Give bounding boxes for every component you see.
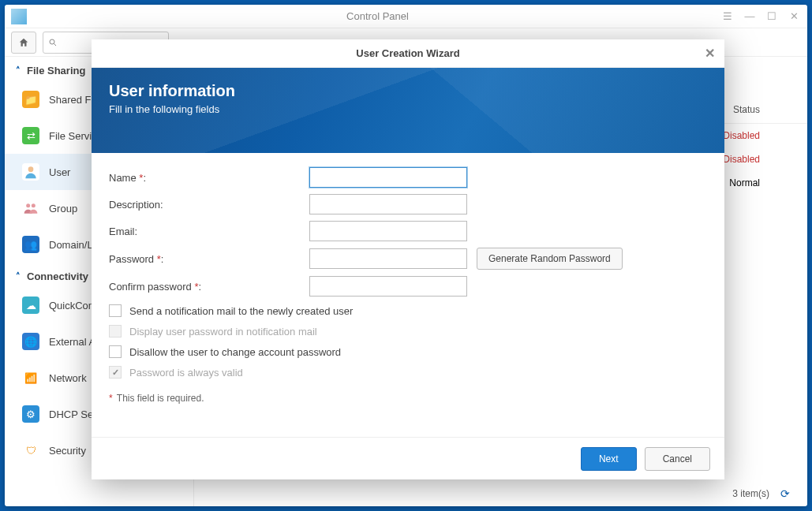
checkbox-icon: [109, 345, 122, 358]
svg-line-1: [54, 43, 57, 46]
row-password: Password *: Generate Random Password: [109, 248, 707, 270]
svg-point-0: [50, 39, 54, 44]
modal-close-button[interactable]: ✕: [705, 46, 715, 61]
chevron-up-icon: ˄: [16, 65, 21, 76]
checkbox-icon: [109, 304, 122, 317]
sidebar-item-label: Security: [49, 445, 86, 457]
checkbox-label: Disallow the user to change account pass…: [129, 346, 341, 358]
confirm-password-input[interactable]: [309, 276, 467, 297]
home-icon: [18, 37, 29, 48]
filter-icon[interactable]: ☰: [720, 9, 735, 24]
checkbox-icon: [109, 366, 122, 379]
modal-footer: Next Cancel: [92, 437, 724, 479]
maximize-button[interactable]: ☐: [765, 9, 779, 24]
svg-point-4: [32, 203, 36, 207]
checkbox-notify-mail[interactable]: Send a notification mail to the newly cr…: [109, 304, 707, 317]
generate-password-button[interactable]: Generate Random Password: [477, 248, 623, 270]
dhcp-icon: ⚙: [22, 405, 39, 423]
description-label: Description:: [109, 199, 309, 211]
section-label: Connectivity: [27, 270, 88, 282]
checkbox-label: Send a notification mail to the newly cr…: [129, 305, 353, 317]
checkbox-label: Display user password in notification ma…: [129, 326, 317, 338]
row-confirm-password: Confirm password *:: [109, 276, 707, 297]
checkbox-disallow-change[interactable]: Disallow the user to change account pass…: [109, 345, 707, 358]
password-input[interactable]: [309, 248, 467, 269]
folder-icon: 📁: [22, 91, 39, 108]
window-title: Control Panel: [35, 10, 720, 22]
svg-point-3: [26, 203, 30, 207]
description-input[interactable]: [309, 194, 467, 214]
modal-banner: User information Fill in the following f…: [92, 68, 724, 153]
checkbox-display-password: Display user password in notification ma…: [109, 325, 707, 338]
item-count: 3 item(s): [732, 488, 769, 499]
home-button[interactable]: [11, 32, 36, 54]
cancel-button[interactable]: Cancel: [645, 447, 710, 471]
network-icon: 📶: [22, 369, 39, 386]
user-icon: [22, 163, 39, 181]
row-email: Email:: [109, 221, 707, 241]
email-label: Email:: [109, 226, 309, 237]
domain-icon: 👥: [22, 236, 39, 253]
sidebar-item-label: User: [49, 166, 70, 178]
section-label: File Sharing: [27, 65, 85, 76]
chevron-up-icon: ˄: [16, 271, 21, 282]
modal-title: User Creation Wizard: [356, 47, 459, 59]
email-input[interactable]: [309, 221, 467, 241]
svg-point-2: [28, 166, 34, 172]
modal-heading: User information: [109, 82, 707, 100]
group-icon: [22, 200, 39, 217]
row-description: Description:: [109, 194, 707, 214]
search-icon: [48, 38, 58, 47]
app-icon: [11, 9, 27, 24]
password-label: Password *:: [109, 253, 309, 265]
checkbox-password-always-valid: Password is always valid: [109, 366, 707, 379]
sidebar-item-label: Network: [49, 372, 87, 384]
globe-icon: 🌐: [22, 333, 39, 350]
minimize-button[interactable]: —: [743, 9, 757, 24]
name-input[interactable]: [309, 167, 467, 188]
checkbox-label: Password is always valid: [129, 367, 243, 379]
required-note: * This field is required.: [109, 393, 707, 404]
sidebar-item-label: Group: [49, 203, 77, 214]
footer: 3 item(s) ⟳: [732, 487, 790, 500]
control-panel-window: Control Panel ☰ — ☐ ✕ ˄ File Sharing 📁 S…: [5, 5, 807, 506]
modal-subheading: Fill in the following fields: [109, 103, 707, 115]
row-name: Name *:: [109, 167, 707, 188]
shield-icon: 🛡: [22, 442, 39, 459]
checkbox-icon: [109, 325, 122, 338]
refresh-button[interactable]: ⟳: [780, 487, 790, 500]
titlebar: Control Panel ☰ — ☐ ✕: [5, 5, 807, 28]
confirm-password-label: Confirm password *:: [109, 281, 309, 293]
close-button[interactable]: ✕: [787, 9, 801, 24]
next-button[interactable]: Next: [581, 447, 637, 471]
modal-titlebar: User Creation Wizard ✕: [92, 39, 724, 68]
user-creation-wizard: User Creation Wizard ✕ User information …: [92, 39, 724, 479]
file-service-icon: ⇄: [22, 127, 39, 144]
modal-body: Name *: Description: Email: Password *: …: [92, 153, 724, 437]
window-controls: ☰ — ☐ ✕: [720, 9, 801, 24]
name-label: Name *:: [109, 172, 309, 184]
cloud-icon: ☁: [22, 297, 39, 314]
